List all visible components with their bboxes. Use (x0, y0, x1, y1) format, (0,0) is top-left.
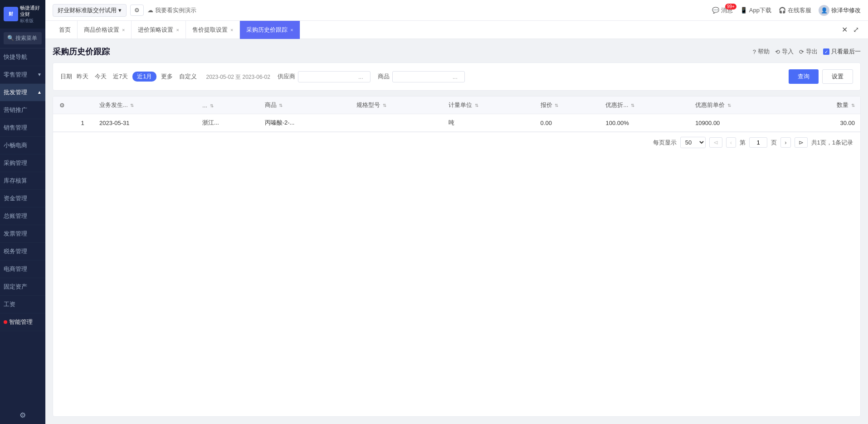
sidebar-item-fixed-assets[interactable]: 固定资产 (0, 278, 45, 296)
col-no (71, 96, 94, 114)
tabs-right-controls: ✕ ⤢ (840, 24, 861, 36)
col-price[interactable]: 报价 ⇅ (535, 96, 600, 114)
checkbox-checked-icon: ✓ (823, 48, 829, 55)
export-label: 导出 (806, 48, 818, 56)
logo-sub: 标准版 (20, 18, 42, 24)
close-icon[interactable]: × (122, 27, 125, 33)
date-opt-today[interactable]: 今天 (93, 72, 108, 82)
date-opt-custom[interactable]: 自定义 (177, 72, 199, 82)
goods-input[interactable] (396, 73, 451, 80)
date-opt-7days[interactable]: 近7天 (111, 72, 130, 82)
filter-settings-button[interactable]: 设置 (822, 69, 853, 84)
demo-button[interactable]: ☁ 我要看实例演示 (147, 6, 196, 14)
page-number-input[interactable] (749, 137, 767, 148)
sidebar-item-finance[interactable]: 资金管理 (0, 190, 45, 207)
chevron-down-icon: ▲ (37, 90, 42, 95)
sort-icon: ⇅ (851, 103, 855, 108)
sidebar-item-wholesale[interactable]: 批发管理 ▲ (0, 84, 45, 101)
close-tab-button[interactable]: ✕ (840, 24, 849, 36)
col-settings[interactable]: ⚙ (53, 96, 71, 114)
sidebar-quick-nav[interactable]: 快捷导航 (0, 48, 45, 66)
sidebar-bottom: ⚙ (0, 406, 45, 424)
sidebar-item-fixed-assets-label: 固定资产 (4, 283, 27, 291)
sidebar-settings-icon[interactable]: ⚙ (20, 411, 26, 419)
date-opt-1month[interactable]: 近1月 (132, 72, 156, 82)
online-service-button[interactable]: 🎧 在线客服 (779, 6, 811, 14)
col-spec[interactable]: 规格型号 ⇅ (351, 96, 443, 114)
col-unit[interactable]: 计量单位 ⇅ (443, 96, 535, 114)
tab-price-extract-label: 售价提取设置 (192, 26, 228, 34)
sidebar-item-tax[interactable]: 税务管理 (0, 243, 45, 260)
prev-page-button[interactable]: ‹ (726, 137, 736, 148)
date-opt-more[interactable]: 更多 (159, 72, 175, 82)
logo-text-block: 畅捷通好业财 标准版 (20, 5, 42, 24)
user-menu[interactable]: 👤 徐泽华修改 (819, 5, 861, 16)
sidebar-item-sales[interactable]: 销售管理 (0, 119, 45, 137)
export-button[interactable]: ⟳ 导出 (799, 48, 818, 56)
app-download-button[interactable]: 📱 App下载 (740, 6, 771, 14)
message-button[interactable]: 💬 消息 99+ (712, 6, 733, 14)
close-icon[interactable]: × (290, 27, 293, 33)
sidebar-item-retail[interactable]: 零售管理 ▼ (0, 66, 45, 84)
row-no-cell: 1 (71, 114, 94, 132)
page-title: 采购历史价跟踪 (53, 46, 110, 57)
first-page-button[interactable]: ⊲ (709, 137, 722, 148)
tab-price-extract[interactable]: 售价提取设置 × (186, 21, 240, 39)
date-opt-yesterday[interactable]: 昨天 (75, 72, 90, 82)
tab-home[interactable]: 首页 (53, 21, 78, 39)
help-button[interactable]: ? 帮助 (753, 48, 770, 56)
sidebar-quick-nav-label: 快捷导航 (4, 53, 27, 61)
goods-more-icon[interactable]: ... (453, 73, 458, 80)
sidebar-item-purchase-label: 采购管理 (4, 159, 27, 167)
col-date[interactable]: 业务发生... ⇅ (94, 96, 197, 114)
tab-purchase-strategy-label: 进价策略设置 (138, 26, 173, 34)
maximize-tab-button[interactable]: ⤢ (851, 24, 861, 36)
col-goods[interactable]: 商品 ⇅ (259, 96, 351, 114)
sidebar-item-ecommerce[interactable]: 电商管理 (0, 260, 45, 278)
col-more[interactable]: ... ⇅ (197, 96, 259, 114)
supplier-more-icon[interactable]: ... (358, 73, 363, 80)
col-before-price[interactable]: 优惠前单价 ⇅ (690, 96, 795, 114)
demo-icon: ☁ (147, 7, 153, 14)
tab-price-settings[interactable]: 商品价格设置 × (78, 21, 132, 39)
sidebar-search-label: 搜索菜单 (15, 35, 37, 41)
sidebar-search-section: 🔍 搜索菜单 (0, 29, 45, 48)
sidebar-item-ecommerce-label: 电商管理 (4, 265, 27, 273)
last-page-button[interactable]: ⊳ (795, 137, 808, 148)
sidebar-search-button[interactable]: 🔍 搜索菜单 (4, 32, 42, 44)
col-qty[interactable]: 数量 ⇅ (795, 96, 860, 114)
sidebar-item-inventory[interactable]: 库存核算 (0, 172, 45, 190)
tab-purchase-strategy[interactable]: 进价策略设置 × (132, 21, 185, 39)
next-page-button[interactable]: › (780, 137, 790, 148)
page-size-select[interactable]: 50 10 20 100 (680, 137, 706, 148)
table-header-row: ⚙ 业务发生... ⇅ ... ⇅ 商品 ⇅ (53, 96, 860, 114)
sidebar-item-ecom[interactable]: 小畅电商 (0, 137, 45, 154)
close-icon[interactable]: × (230, 27, 233, 33)
filter-actions: 查询 设置 (789, 69, 853, 84)
col-date-label: 业务发生... (99, 101, 128, 108)
import-button[interactable]: ⟲ 导入 (775, 48, 794, 56)
query-button[interactable]: 查询 (789, 69, 819, 84)
version-select[interactable]: 好业财标准版交付试用 ▾ (53, 4, 127, 17)
sidebar: 财 畅捷通好业财 标准版 🔍 搜索菜单 快捷导航 零售管理 ▼ 批发管理 ▲ 营… (0, 0, 45, 424)
sidebar-item-ledger[interactable]: 总账管理 (0, 207, 45, 225)
help-label: 帮助 (758, 48, 770, 56)
sidebar-item-marketing[interactable]: 营销推广 (0, 101, 45, 119)
col-qty-label: 数量 (837, 101, 848, 108)
supplier-input[interactable] (302, 73, 356, 80)
sidebar-item-ai[interactable]: 智能管理 (0, 313, 45, 331)
tabs-bar: 首页 商品价格设置 × 进价策略设置 × 售价提取设置 × 采购历史价跟踪 × … (45, 21, 868, 39)
tab-history-price[interactable]: 采购历史价跟踪 × (240, 21, 300, 39)
app-download-label: App下载 (749, 6, 771, 14)
sidebar-item-invoice[interactable]: 发票管理 (0, 225, 45, 243)
close-icon[interactable]: × (176, 27, 179, 33)
row-date-cell: 2023-05-31 (94, 114, 197, 132)
col-discount[interactable]: 优惠折... ⇅ (600, 96, 690, 114)
sidebar-item-payroll[interactable]: 工资 (0, 296, 45, 313)
sidebar-item-purchase[interactable]: 采购管理 (0, 154, 45, 172)
import-icon: ⟲ (775, 48, 780, 55)
tab-home-label: 首页 (59, 26, 71, 34)
only-last-filter[interactable]: ✓ 只看最后一 (823, 48, 861, 56)
filter-row: 日期 昨天 今天 近7天 近1月 更多 自定义 2023-05-02 至 202… (60, 69, 853, 84)
topbar-settings-button[interactable]: ⚙ (130, 5, 144, 16)
